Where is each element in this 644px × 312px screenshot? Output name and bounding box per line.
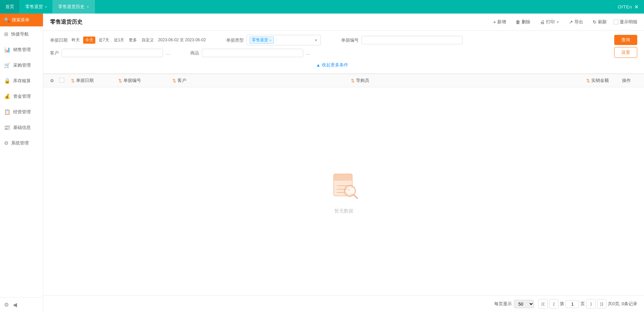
collapse-sidebar-icon[interactable]: ◀ bbox=[13, 302, 17, 308]
th-guide-sort-icon: ⇅ bbox=[351, 78, 355, 83]
per-page-select[interactable]: 50 20 100 bbox=[514, 300, 534, 308]
th-amount-label: 实销金额 bbox=[591, 77, 609, 84]
customer-input[interactable] bbox=[62, 49, 163, 57]
sidebar-item-sales-label: 销售管理 bbox=[13, 47, 31, 53]
th-guide[interactable]: ⇅ 导购员 bbox=[347, 74, 394, 87]
refresh-icon: ↻ bbox=[593, 19, 597, 25]
date-opt-last-month[interactable]: 近1月 bbox=[113, 37, 126, 44]
sidebar-item-quick-nav[interactable]: ⊞ 快捷导航 bbox=[0, 26, 43, 42]
collapse-row: ▲ 收起更多条件 bbox=[50, 61, 614, 69]
date-options: 昨天 今天 近7天 近1月 更多 自定义 bbox=[70, 37, 155, 44]
tab-retail-return-history[interactable]: 零售退货历史 × bbox=[53, 0, 94, 14]
th-number-label: 单据编号 bbox=[123, 77, 141, 84]
sidebar: 🔍 搜索菜单 ⊞ 快捷导航 📊 销售管理 🛒 采购管理 🔒 库存核算 💰 资金管… bbox=[0, 14, 43, 312]
filter-row-2: 客户 ... 商品 ... bbox=[50, 49, 614, 57]
setting-button[interactable]: 设置 bbox=[614, 47, 637, 58]
finance-icon: 💰 bbox=[4, 93, 10, 99]
display-detail-checkbox[interactable] bbox=[614, 20, 618, 24]
date-opt-last7[interactable]: 近7天 bbox=[97, 37, 111, 44]
sidebar-item-purchase-label: 采购管理 bbox=[13, 62, 31, 68]
doc-type-tag-label: 零售退货 bbox=[252, 37, 268, 43]
date-opt-today[interactable]: 今天 bbox=[83, 37, 95, 44]
page-prev-btn[interactable]: ⟨ bbox=[549, 299, 558, 309]
th-amount[interactable]: ⇅ 实销金额 bbox=[572, 74, 613, 87]
basic-info-icon: 📰 bbox=[4, 125, 10, 131]
export-label: 导出 bbox=[574, 19, 583, 25]
page-next-btn[interactable]: ⟩ bbox=[586, 299, 596, 309]
total-info: 共0页, 0条记录 bbox=[608, 301, 637, 307]
tab-home[interactable]: 首页 bbox=[0, 0, 20, 14]
tab-home-label: 首页 bbox=[5, 4, 14, 10]
display-detail-toggle[interactable]: 显示明细 bbox=[614, 19, 637, 25]
page-actions: + 新增 🗑 删除 🖨 打印 ▼ ↗ 导出 ↻ 刷新 bbox=[491, 18, 637, 26]
sidebar-item-finance-label: 资金管理 bbox=[13, 93, 31, 99]
page-last-btn[interactable]: ⟩⟩ bbox=[597, 299, 606, 309]
display-detail-label: 显示明细 bbox=[620, 19, 637, 25]
tab-retail-return-close[interactable]: × bbox=[45, 5, 47, 9]
add-icon: + bbox=[493, 19, 496, 25]
sidebar-item-finance[interactable]: 💰 资金管理 bbox=[0, 89, 43, 104]
tab-retail-return-history-close[interactable]: × bbox=[87, 5, 89, 9]
doc-number-input[interactable] bbox=[361, 36, 463, 44]
topbar-close-icon[interactable]: ✕ bbox=[634, 4, 639, 10]
date-opt-custom[interactable]: 自定义 bbox=[140, 37, 155, 44]
operations-icon: 📋 bbox=[4, 109, 10, 115]
tab-retail-return-label: 零售退货 bbox=[25, 4, 43, 10]
content-area: 零售退货历史 + 新增 🗑 删除 🖨 打印 ▼ ↗ 导出 bbox=[43, 14, 644, 312]
sidebar-item-inventory[interactable]: 🔒 库存核算 bbox=[0, 73, 43, 89]
tab-retail-return[interactable]: 零售退货 × bbox=[20, 0, 53, 14]
per-page-control: 每页显示 50 20 100 bbox=[494, 300, 534, 308]
th-date-sort-icon: ⇅ bbox=[71, 78, 75, 83]
search-menu[interactable]: 🔍 搜索菜单 bbox=[0, 14, 43, 26]
refresh-button[interactable]: ↻ 刷新 bbox=[590, 18, 610, 26]
filter-goods-item: 商品 ... bbox=[190, 49, 310, 57]
svg-line-7 bbox=[354, 195, 357, 198]
query-button[interactable]: 查询 bbox=[614, 35, 637, 45]
page-first-btn[interactable]: ⟨⟨ bbox=[538, 299, 548, 309]
goods-label: 商品 bbox=[190, 50, 199, 56]
table-settings-icon[interactable]: ⚙ bbox=[47, 75, 57, 87]
sidebar-item-quick-nav-label: 快捷导航 bbox=[11, 31, 29, 37]
filter-main: 单据日期 昨天 今天 近7天 近1月 更多 自定义 2023-06-02 bbox=[50, 35, 637, 69]
main-layout: 🔍 搜索菜单 ⊞ 快捷导航 📊 销售管理 🛒 采购管理 🔒 库存核算 💰 资金管… bbox=[0, 14, 644, 312]
th-action: 操作 bbox=[613, 74, 640, 87]
svg-point-6 bbox=[347, 187, 353, 194]
sidebar-item-sales-mgmt[interactable]: 📊 销售管理 bbox=[0, 42, 43, 58]
date-opt-yesterday[interactable]: 昨天 bbox=[70, 37, 81, 44]
print-icon: 🖨 bbox=[540, 19, 545, 25]
table-select-all[interactable] bbox=[57, 74, 67, 87]
add-button[interactable]: + 新增 bbox=[491, 18, 509, 26]
empty-state: 暂无数据 bbox=[43, 87, 644, 295]
sidebar-item-operations[interactable]: 📋 经营管理 bbox=[0, 104, 43, 120]
th-date[interactable]: ⇅ 单据日期 bbox=[67, 74, 114, 87]
customer-search-icon[interactable]: ... bbox=[166, 50, 170, 56]
settings-bottom-icon[interactable]: ⚙ bbox=[4, 302, 9, 308]
page-number-input[interactable] bbox=[566, 300, 579, 308]
sidebar-item-purchase-mgmt[interactable]: 🛒 采购管理 bbox=[0, 58, 43, 73]
th-date-label: 单据日期 bbox=[76, 77, 94, 84]
th-number[interactable]: ⇅ 单据编号 bbox=[114, 74, 168, 87]
doc-type-tag-close[interactable]: × bbox=[269, 38, 271, 42]
delete-icon: 🗑 bbox=[516, 19, 520, 25]
search-menu-label: 搜索菜单 bbox=[12, 17, 29, 23]
inventory-icon: 🔒 bbox=[4, 78, 10, 84]
date-range-display: 2023-06-02 至 2023-06-02 bbox=[158, 37, 206, 43]
date-opt-more[interactable]: 更多 bbox=[127, 37, 138, 44]
doc-type-tag: 零售退货 × bbox=[249, 37, 274, 44]
sidebar-item-system[interactable]: ⚙ 系统管理 bbox=[0, 135, 43, 151]
svg-rect-1 bbox=[334, 174, 352, 181]
delete-button[interactable]: 🗑 删除 bbox=[513, 18, 533, 26]
print-dropdown-icon: ▼ bbox=[556, 20, 559, 24]
select-all-checkbox[interactable] bbox=[59, 78, 64, 83]
th-number-sort-icon: ⇅ bbox=[118, 78, 122, 83]
sidebar-item-basic-info[interactable]: 📰 基础信息 bbox=[0, 120, 43, 135]
print-button[interactable]: 🖨 打印 ▼ bbox=[537, 18, 562, 26]
goods-input[interactable] bbox=[202, 49, 303, 57]
th-amount-sort-icon: ⇅ bbox=[586, 78, 590, 83]
th-guide-label: 导购员 bbox=[356, 77, 369, 84]
goods-search-icon[interactable]: ... bbox=[306, 50, 310, 56]
export-button[interactable]: ↗ 导出 bbox=[566, 18, 586, 26]
collapse-button[interactable]: ▲ 收起更多条件 bbox=[312, 61, 352, 69]
doc-type-select[interactable]: 零售退货 × ▼ bbox=[246, 35, 321, 45]
th-customer[interactable]: ⇅ 客户 bbox=[168, 74, 347, 87]
